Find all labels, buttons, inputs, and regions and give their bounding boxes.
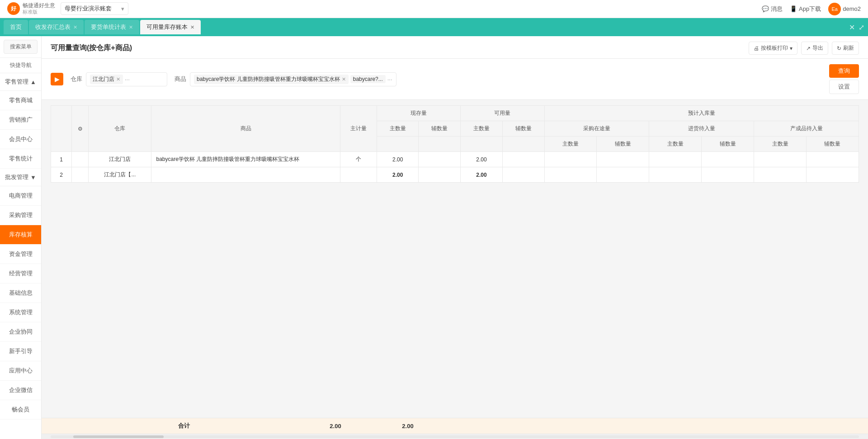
sidebar-item-label: 批发管理 bbox=[5, 173, 28, 181]
row-purchase-sub bbox=[597, 152, 649, 167]
logo-sub: 标准版 bbox=[23, 9, 55, 15]
scroll-track[interactable] bbox=[51, 435, 859, 438]
top-bar: 好 畅捷通好生意 标准版 母婴行业演示账套 ▾ 💬 消息 📱 App下载 Ea … bbox=[0, 0, 868, 18]
warehouse-tag: 江北门店 ✕ bbox=[90, 75, 123, 84]
row-current-sub bbox=[419, 167, 461, 183]
sidebar-item-retail-stats[interactable]: 零售统计 bbox=[0, 149, 41, 169]
row-product-sub bbox=[806, 152, 859, 167]
filter-expand-btn[interactable]: ▶ bbox=[51, 73, 63, 85]
sidebar-item-system[interactable]: 系统管理 bbox=[0, 303, 41, 322]
sidebar-item-operations[interactable]: 经营管理 bbox=[0, 264, 41, 283]
tab-close-all-icon[interactable]: ✕ bbox=[849, 23, 855, 32]
product-tag-1-close[interactable]: ✕ bbox=[342, 76, 346, 82]
sidebar-quicknav[interactable]: 快捷导航 bbox=[0, 58, 41, 73]
sidebar-item-inventory[interactable]: 库存核算 bbox=[0, 225, 41, 245]
col-product-incoming: 产成品待入量 bbox=[754, 121, 859, 137]
col-unit: 主计量 bbox=[340, 106, 377, 152]
filter-bar: ▶ 仓库 江北门店 ✕ ··· 商品 babycare学饮杯 儿童防摔防撞吸管杯… bbox=[42, 59, 868, 100]
refresh-btn[interactable]: ↻ 刷新 bbox=[832, 42, 859, 55]
sidebar-search-btn[interactable]: 搜索菜单 bbox=[4, 40, 38, 54]
query-btn[interactable]: 查询 bbox=[829, 64, 859, 78]
col-incoming: 进货待入量 bbox=[649, 121, 754, 137]
sidebar-item-basic[interactable]: 基础信息 bbox=[0, 283, 41, 303]
setting-btn[interactable]: 设置 bbox=[829, 80, 859, 94]
row-index: 1 bbox=[51, 152, 72, 167]
sub-avail-main bbox=[461, 137, 503, 152]
warehouse-tag-close[interactable]: ✕ bbox=[116, 76, 120, 82]
row-warehouse: 江北门店【... bbox=[89, 167, 151, 183]
col-gear[interactable]: ⚙ bbox=[72, 106, 89, 152]
row-incoming-sub bbox=[702, 152, 754, 167]
page-header: 可用量查询(按仓库+商品) 🖨 按模板打印 ▾ ↗ 导出 ↻ 刷新 bbox=[42, 36, 868, 59]
logo-text: 畅捷通好生意 bbox=[23, 2, 55, 9]
data-table: ⚙ 仓库 商品 主计量 现存量 可用量 预计入库量 主数量 辅数量 主数量 辅数… bbox=[51, 105, 859, 183]
sidebar-item-ecommerce[interactable]: 电商管理 bbox=[0, 186, 41, 206]
content-area: 可用量查询(按仓库+商品) 🖨 按模板打印 ▾ ↗ 导出 ↻ 刷新 bbox=[42, 36, 868, 439]
sidebar-item-retail-mgmt[interactable]: 零售管理 ▲ bbox=[0, 73, 41, 91]
tab-available-stock-label: 可用量库存账本 bbox=[146, 23, 188, 31]
row-current-main: 2.00 bbox=[377, 167, 419, 183]
tab-orderstats-close[interactable]: ✕ bbox=[129, 24, 133, 30]
row-incoming-main bbox=[649, 167, 702, 183]
tab-cashflow-close[interactable]: ✕ bbox=[73, 24, 77, 30]
industry-selector[interactable]: 母婴行业演示账套 ▾ bbox=[61, 2, 128, 15]
tab-available-stock-close[interactable]: ✕ bbox=[190, 24, 194, 30]
warehouse-more[interactable]: ··· bbox=[125, 76, 130, 83]
col-current-main: 主数量 bbox=[377, 121, 419, 137]
sub-incoming-main: 主数量 bbox=[649, 137, 702, 152]
sidebar-item-member[interactable]: 会员中心 bbox=[0, 130, 41, 149]
print-btn[interactable]: 🖨 按模板打印 ▾ bbox=[749, 42, 797, 55]
col-current-sub: 辅数量 bbox=[419, 121, 461, 137]
table-row: 2 江北门店【... 2.00 2.00 bbox=[51, 167, 859, 183]
tab-orderstats[interactable]: 要货单统计表 ✕ bbox=[85, 20, 139, 34]
sidebar-item-purchase[interactable]: 采购管理 bbox=[0, 206, 41, 225]
col-warehouse: 仓库 bbox=[89, 106, 151, 152]
sidebar-item-wholesale[interactable]: 批发管理 ▼ bbox=[0, 169, 41, 186]
sidebar-item-enterprise[interactable]: 企业协同 bbox=[0, 322, 41, 342]
row-current-main: 2.00 bbox=[377, 152, 419, 167]
tab-bar: 首页 收发存汇总表 ✕ 要货单统计表 ✕ 可用量库存账本 ✕ ✕ ⤢ bbox=[0, 18, 868, 36]
sub-product-sub: 辅数量 bbox=[806, 137, 859, 152]
export-btn[interactable]: ↗ 导出 bbox=[801, 42, 828, 55]
sidebar-item-weixin[interactable]: 企业微信 bbox=[0, 381, 41, 400]
tab-expand-icon[interactable]: ⤢ bbox=[859, 23, 864, 32]
row-incoming-sub bbox=[702, 167, 754, 183]
col-available: 可用量 bbox=[461, 106, 544, 121]
scroll-thumb[interactable] bbox=[73, 435, 164, 438]
user-menu[interactable]: Ea demo2 bbox=[828, 3, 861, 15]
export-icon: ↗ bbox=[806, 45, 811, 52]
table-container: ⚙ 仓库 商品 主计量 现存量 可用量 预计入库量 主数量 辅数量 主数量 辅数… bbox=[42, 100, 868, 418]
row-warehouse: 江北门店 bbox=[89, 152, 151, 167]
sub-current-main bbox=[377, 137, 419, 152]
col-planned: 预计入库量 bbox=[544, 106, 859, 121]
table-row: 1 江北门店 babycare学饮杯 儿童防摔防撞吸管杯重力球吸嘴杯宝宝水杯 个… bbox=[51, 152, 859, 167]
product-label: 商品 bbox=[175, 75, 186, 83]
sub-purchase-sub: 辅数量 bbox=[597, 137, 649, 152]
col-avail-sub: 辅数量 bbox=[502, 121, 544, 137]
tab-cashflow[interactable]: 收发存汇总表 ✕ bbox=[29, 20, 84, 34]
sidebar-item-marketing[interactable]: 营销推广 bbox=[0, 110, 41, 130]
sidebar-item-vip[interactable]: 畅会员 bbox=[0, 400, 41, 420]
row-purchase-main bbox=[544, 167, 597, 183]
row-product bbox=[151, 167, 340, 183]
refresh-icon: ↻ bbox=[837, 45, 841, 52]
print-icon: 🖨 bbox=[754, 45, 759, 52]
tab-available-stock[interactable]: 可用量库存账本 ✕ bbox=[140, 20, 201, 34]
product-input[interactable]: babycare学饮杯 儿童防摔防撞吸管杯重力球吸嘴杯宝宝水杯 ✕ babyca… bbox=[190, 72, 396, 86]
col-product: 商品 bbox=[151, 106, 340, 152]
col-avail-main: 主数量 bbox=[461, 121, 503, 137]
sidebar-item-appcenter[interactable]: 应用中心 bbox=[0, 361, 41, 381]
row-incoming-main bbox=[649, 152, 702, 167]
sidebar-item-newbie[interactable]: 新手引导 bbox=[0, 342, 41, 361]
product-more[interactable]: ··· bbox=[387, 76, 392, 83]
row-avail-main: 2.00 bbox=[461, 152, 503, 167]
warehouse-input[interactable]: 江北门店 ✕ ··· bbox=[86, 72, 167, 86]
tab-home[interactable]: 首页 bbox=[4, 20, 28, 34]
logo-icon: 好 bbox=[7, 2, 20, 15]
app-download-btn[interactable]: 📱 App下载 bbox=[790, 5, 821, 13]
sidebar-item-retail-mall[interactable]: 零售商城 bbox=[0, 91, 41, 110]
message-btn[interactable]: 💬 消息 bbox=[762, 5, 783, 13]
row-purchase-sub bbox=[597, 167, 649, 183]
sidebar-item-finance[interactable]: 资金管理 bbox=[0, 245, 41, 264]
row-product-sub bbox=[806, 167, 859, 183]
